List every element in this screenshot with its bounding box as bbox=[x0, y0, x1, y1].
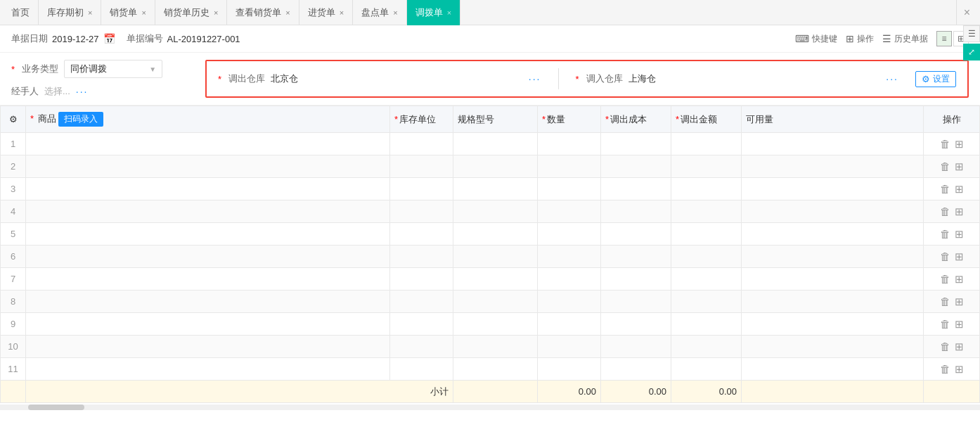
row-2-amount[interactable] bbox=[671, 155, 742, 178]
row-4-cost[interactable] bbox=[601, 200, 671, 223]
delete-row-3-icon[interactable]: 🗑 bbox=[940, 183, 950, 195]
row-11-cost[interactable] bbox=[601, 358, 671, 381]
delete-row-5-icon[interactable]: 🗑 bbox=[940, 228, 950, 240]
tab-inventory-init-close[interactable]: × bbox=[88, 8, 92, 17]
row-9-qty[interactable] bbox=[538, 313, 601, 336]
row-5-cost[interactable] bbox=[601, 223, 671, 246]
copy-row-2-icon[interactable]: ⊞ bbox=[955, 160, 964, 173]
row-3-spec[interactable] bbox=[453, 178, 538, 200]
row-9-amount[interactable] bbox=[671, 313, 742, 336]
row-5-qty[interactable] bbox=[538, 223, 601, 246]
row-11-product[interactable] bbox=[26, 358, 390, 381]
copy-row-11-icon[interactable]: ⊞ bbox=[955, 363, 964, 376]
table-scrollbar[interactable] bbox=[0, 404, 980, 410]
row-4-qty[interactable] bbox=[538, 200, 601, 223]
row-3-product[interactable] bbox=[26, 178, 390, 200]
row-8-available[interactable] bbox=[742, 291, 924, 313]
tab-transfer-close[interactable]: × bbox=[447, 8, 451, 17]
delete-row-6-icon[interactable]: 🗑 bbox=[940, 250, 950, 262]
delete-row-4-icon[interactable]: 🗑 bbox=[940, 205, 950, 217]
table-gear-icon[interactable]: ⚙ bbox=[9, 114, 18, 125]
row-9-available[interactable] bbox=[742, 313, 924, 336]
layout-list-button[interactable]: ≡ bbox=[936, 31, 952, 46]
row-7-product[interactable] bbox=[26, 268, 390, 291]
row-5-amount[interactable] bbox=[671, 223, 742, 246]
row-9-unit[interactable] bbox=[390, 313, 453, 336]
row-6-product[interactable] bbox=[26, 246, 390, 268]
copy-row-8-icon[interactable]: ⊞ bbox=[955, 295, 964, 308]
right-panel-expand-btn[interactable]: ⤢ bbox=[963, 44, 980, 60]
delete-row-11-icon[interactable]: 🗑 bbox=[940, 363, 950, 375]
row-2-product[interactable] bbox=[26, 155, 390, 178]
row-9-cost[interactable] bbox=[601, 313, 671, 336]
row-2-unit[interactable] bbox=[390, 155, 453, 178]
warehouse-setting-button[interactable]: ⚙ 设置 bbox=[915, 71, 956, 87]
row-8-cost[interactable] bbox=[601, 291, 671, 313]
row-8-amount[interactable] bbox=[671, 291, 742, 313]
copy-row-7-icon[interactable]: ⊞ bbox=[955, 273, 964, 286]
tab-inventory-check[interactable]: 盘点单 × bbox=[353, 0, 406, 25]
row-10-available[interactable] bbox=[742, 336, 924, 358]
row-8-spec[interactable] bbox=[453, 291, 538, 313]
row-6-available[interactable] bbox=[742, 246, 924, 268]
copy-row-3-icon[interactable]: ⊞ bbox=[955, 183, 964, 196]
row-2-qty[interactable] bbox=[538, 155, 601, 178]
row-10-product[interactable] bbox=[26, 336, 390, 358]
person-placeholder[interactable]: 选择... bbox=[44, 85, 70, 98]
delete-row-10-icon[interactable]: 🗑 bbox=[940, 340, 950, 352]
row-4-spec[interactable] bbox=[453, 200, 538, 223]
row-1-qty[interactable] bbox=[538, 133, 601, 155]
copy-row-5-icon[interactable]: ⊞ bbox=[955, 228, 964, 241]
delete-row-1-icon[interactable]: 🗑 bbox=[940, 138, 950, 150]
row-4-available[interactable] bbox=[742, 200, 924, 223]
row-7-amount[interactable] bbox=[671, 268, 742, 291]
row-5-product[interactable] bbox=[26, 223, 390, 246]
history-button[interactable]: ☰ 历史单据 bbox=[882, 33, 928, 45]
row-11-amount[interactable] bbox=[671, 358, 742, 381]
row-8-qty[interactable] bbox=[538, 291, 601, 313]
row-3-amount[interactable] bbox=[671, 178, 742, 200]
scan-button[interactable]: 扫码录入 bbox=[58, 112, 103, 127]
calendar-icon[interactable]: 📅 bbox=[103, 33, 115, 44]
shortcuts-button[interactable]: ⌨ 快捷键 bbox=[795, 33, 837, 45]
row-1-available[interactable] bbox=[742, 133, 924, 155]
row-7-qty[interactable] bbox=[538, 268, 601, 291]
row-8-product[interactable] bbox=[26, 291, 390, 313]
delete-row-7-icon[interactable]: 🗑 bbox=[940, 273, 950, 285]
row-10-qty[interactable] bbox=[538, 336, 601, 358]
row-3-cost[interactable] bbox=[601, 178, 671, 200]
row-5-spec[interactable] bbox=[453, 223, 538, 246]
copy-row-9-icon[interactable]: ⊞ bbox=[955, 318, 964, 331]
row-1-product[interactable] bbox=[26, 133, 390, 155]
delete-row-8-icon[interactable]: 🗑 bbox=[940, 295, 950, 307]
row-4-unit[interactable] bbox=[390, 200, 453, 223]
row-7-unit[interactable] bbox=[390, 268, 453, 291]
row-7-cost[interactable] bbox=[601, 268, 671, 291]
copy-row-6-icon[interactable]: ⊞ bbox=[955, 250, 964, 263]
row-4-product[interactable] bbox=[26, 200, 390, 223]
tab-sales-order-close[interactable]: × bbox=[141, 8, 146, 17]
row-2-available[interactable] bbox=[742, 155, 924, 178]
copy-row-4-icon[interactable]: ⊞ bbox=[955, 205, 964, 218]
row-6-qty[interactable] bbox=[538, 246, 601, 268]
row-1-spec[interactable] bbox=[453, 133, 538, 155]
row-5-available[interactable] bbox=[742, 223, 924, 246]
copy-row-10-icon[interactable]: ⊞ bbox=[955, 340, 964, 353]
tab-purchase-order-close[interactable]: × bbox=[340, 8, 344, 17]
delete-row-2-icon[interactable]: 🗑 bbox=[940, 160, 950, 172]
row-2-cost[interactable] bbox=[601, 155, 671, 178]
row-11-qty[interactable] bbox=[538, 358, 601, 381]
tab-home[interactable]: 首页 bbox=[3, 0, 39, 25]
tab-sales-history-close[interactable]: × bbox=[214, 8, 218, 17]
row-3-qty[interactable] bbox=[538, 178, 601, 200]
row-10-cost[interactable] bbox=[601, 336, 671, 358]
row-6-amount[interactable] bbox=[671, 246, 742, 268]
row-3-unit[interactable] bbox=[390, 178, 453, 200]
row-11-available[interactable] bbox=[742, 358, 924, 381]
right-panel-list-btn[interactable]: ☰ bbox=[963, 25, 980, 42]
row-1-amount[interactable] bbox=[671, 133, 742, 155]
tab-view-sales[interactable]: 查看销货单 × bbox=[227, 0, 299, 25]
row-10-spec[interactable] bbox=[453, 336, 538, 358]
row-2-spec[interactable] bbox=[453, 155, 538, 178]
tab-inventory-check-close[interactable]: × bbox=[393, 8, 397, 17]
